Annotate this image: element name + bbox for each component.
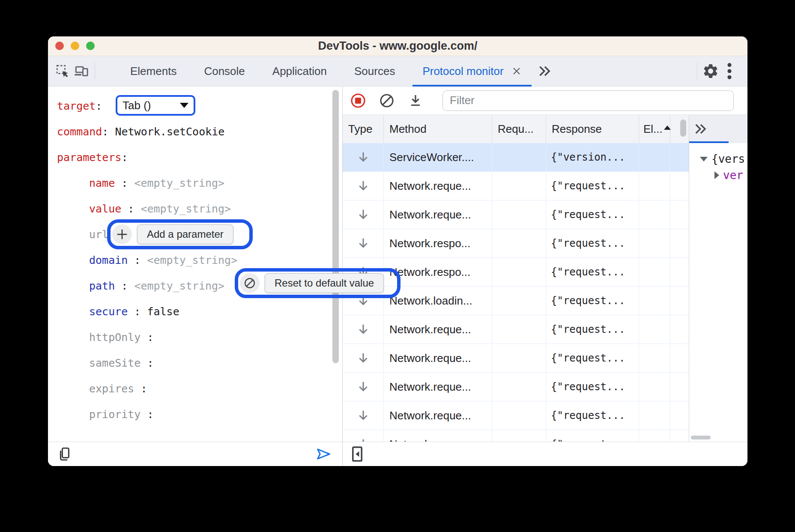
editor-line[interactable]: priority : bbox=[48, 401, 335, 427]
save-button[interactable] bbox=[407, 92, 424, 109]
target-selector[interactable]: Tab () bbox=[116, 95, 195, 116]
expand-sidebar-icon[interactable] bbox=[694, 123, 707, 135]
parameter-key: secure bbox=[89, 305, 128, 318]
response-cell: {"request... bbox=[546, 172, 639, 200]
messages-table: Type Method Requ... Response El... bbox=[343, 115, 747, 442]
editor-line[interactable]: value : <empty_string> bbox=[48, 196, 335, 221]
expanded-triangle-icon[interactable] bbox=[700, 157, 708, 161]
target-selector-value: Tab () bbox=[123, 99, 151, 112]
tab-sources[interactable]: Sources bbox=[343, 56, 406, 87]
clear-button[interactable] bbox=[378, 92, 395, 109]
command-editor[interactable]: target: command: Network.setCookie param… bbox=[48, 87, 335, 442]
tab-protocol-monitor[interactable]: Protocol monitor bbox=[411, 56, 533, 87]
close-tab-button[interactable] bbox=[511, 66, 522, 76]
add-parameter-icon-button[interactable] bbox=[112, 224, 132, 244]
record-button[interactable] bbox=[350, 92, 367, 109]
more-options-button[interactable] bbox=[720, 62, 739, 81]
parameter-key: priority bbox=[89, 408, 140, 421]
parameter-value: <empty_string> bbox=[134, 177, 224, 189]
table-row[interactable]: Network.respo... {"request... bbox=[343, 229, 689, 258]
message-type-cell bbox=[343, 172, 384, 200]
filter-input[interactable] bbox=[442, 90, 734, 111]
toggle-sidebar-button[interactable] bbox=[349, 445, 366, 463]
method-cell: Network.reque... bbox=[384, 172, 492, 200]
editor-bottom-toolbar bbox=[48, 442, 342, 466]
row-filler bbox=[670, 143, 689, 171]
table-row[interactable]: Network.reque... {"request... bbox=[343, 200, 689, 229]
request-cell bbox=[492, 344, 546, 372]
method-cell: Network.reque... bbox=[384, 373, 492, 401]
table-row[interactable]: ServiceWorker.... {"version... bbox=[343, 143, 689, 172]
tree-node-property: ver bbox=[723, 169, 743, 182]
settings-button[interactable] bbox=[701, 62, 720, 81]
separator: : bbox=[128, 305, 147, 318]
parameter-key: parameters bbox=[57, 151, 122, 164]
editor-line[interactable]: expires : bbox=[48, 376, 335, 401]
reset-icon-button[interactable] bbox=[240, 273, 260, 293]
method-cell: ServiceWorker.... bbox=[384, 143, 492, 171]
response-cell: {"request... bbox=[546, 200, 639, 229]
editor-scrollbar-thumb[interactable] bbox=[332, 90, 339, 363]
method-cell: Network.respo... bbox=[384, 229, 492, 257]
editor-line[interactable]: sameSite : bbox=[48, 350, 335, 376]
elapsed-cell bbox=[639, 401, 670, 430]
table-row[interactable]: Network.reque... {"request... bbox=[343, 172, 689, 200]
tree-node-child[interactable]: ver bbox=[700, 167, 747, 183]
table-row[interactable]: Network.respo... {"request... bbox=[343, 430, 689, 442]
row-filler bbox=[670, 172, 689, 200]
sidebar-scrollbar-thumb[interactable] bbox=[691, 436, 711, 439]
reset-to-default-button[interactable]: Reset to default value bbox=[265, 273, 384, 293]
more-tabs-button[interactable] bbox=[535, 62, 554, 81]
tab-elements[interactable]: Elements bbox=[119, 56, 188, 87]
toggle-device-toolbar-button[interactable] bbox=[72, 62, 91, 81]
column-header-type[interactable]: Type bbox=[343, 115, 384, 143]
send-icon bbox=[315, 445, 332, 463]
tree-node-root[interactable]: {vers bbox=[700, 151, 747, 167]
copy-icon bbox=[57, 447, 70, 461]
response-cell: {"request... bbox=[546, 430, 639, 442]
maximize-window-button[interactable] bbox=[86, 42, 95, 50]
request-cell bbox=[492, 258, 546, 286]
close-window-button[interactable] bbox=[55, 42, 64, 50]
sidebar-header bbox=[689, 115, 747, 143]
message-type-cell bbox=[343, 373, 384, 401]
table-row[interactable]: Network.reque... {"request... bbox=[343, 373, 689, 401]
column-header-method[interactable]: Method bbox=[384, 115, 492, 143]
table-row[interactable]: Network.reque... {"request... bbox=[343, 315, 689, 344]
parameter-value: Network.setCookie bbox=[115, 126, 224, 138]
add-parameter-button[interactable]: Add a parameter bbox=[137, 224, 233, 244]
parameter-key: expires bbox=[89, 383, 134, 395]
response-cell: {"request... bbox=[546, 258, 639, 286]
message-type-cell bbox=[343, 143, 384, 171]
received-arrow-down-icon bbox=[356, 351, 370, 365]
editor-line[interactable]: parameters: bbox=[48, 144, 335, 170]
copy-command-button[interactable] bbox=[55, 445, 72, 463]
editor-line[interactable]: httpOnly : bbox=[48, 324, 335, 350]
editor-line[interactable]: command: Network.setCookie bbox=[48, 119, 335, 144]
editor-line[interactable]: name : <empty_string> bbox=[48, 170, 335, 196]
table-row[interactable]: Network.reque... {"request... bbox=[343, 344, 689, 373]
table-scrollbar-thumb[interactable] bbox=[680, 120, 686, 137]
column-header-request[interactable]: Requ... bbox=[492, 115, 546, 143]
send-command-button[interactable] bbox=[315, 445, 332, 463]
minimize-window-button[interactable] bbox=[71, 42, 79, 50]
row-filler bbox=[670, 258, 689, 286]
tab-console[interactable]: Console bbox=[192, 56, 256, 87]
elapsed-cell bbox=[639, 172, 670, 200]
separator: : bbox=[115, 280, 134, 292]
separator: : bbox=[134, 383, 153, 395]
column-header-elapsed[interactable]: El... bbox=[639, 115, 670, 143]
column-header-response[interactable]: Response bbox=[546, 115, 639, 143]
tree-node-label: {vers bbox=[711, 152, 745, 165]
message-type-cell bbox=[343, 200, 384, 229]
received-arrow-down-icon bbox=[356, 380, 370, 394]
inspect-element-button[interactable] bbox=[53, 62, 72, 81]
screen: DevTools - www.google.com/ Elements Cons… bbox=[0, 0, 795, 532]
response-tree: {vers ver bbox=[689, 143, 747, 183]
protocol-monitor-panel: Type Method Requ... Response El... bbox=[343, 87, 747, 466]
tab-application[interactable]: Application bbox=[261, 56, 338, 87]
separator: : bbox=[140, 408, 160, 421]
collapsed-triangle-icon[interactable] bbox=[714, 171, 719, 179]
table-row[interactable]: Network.reque... {"request... bbox=[343, 401, 689, 430]
editor-line[interactable]: secure : false bbox=[48, 299, 335, 324]
